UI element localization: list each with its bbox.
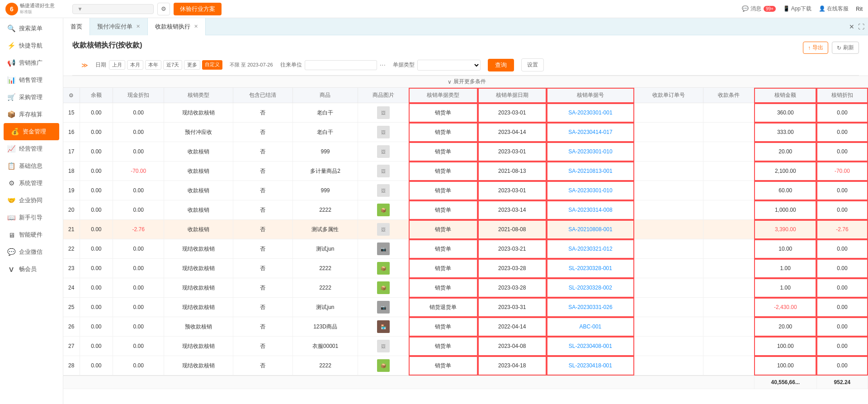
cell-receipt-order [634,181,703,200]
cell-cash-discount: 0.00 [113,337,164,356]
data-table: ⚙ 余额 现金折扣 核销类型 包含已结清 商品 商品图片 核销单据类型 核销单据… [63,88,868,389]
sidebar-label-marketing: 营销推广 [19,59,42,67]
cell-include-settled: 否 [233,142,293,162]
cell-cash-discount: 0.00 [113,317,164,337]
cell-verify-amount: 3,390.00 [754,220,816,239]
query-button[interactable]: 查询 [488,59,514,71]
sidebar-item-search[interactable]: 🔍 搜索菜单 [0,20,63,37]
col-cash-discount: 现金折扣 [113,88,164,103]
filter-toggle[interactable]: ≫ [81,62,88,69]
bill-type-label: 单据类型 [393,61,415,69]
cell-include-settled: 否 [233,356,293,376]
messages-btn[interactable]: 💬 消息 99+ [742,5,776,13]
table-row: 15 0.00 0.00 现结收款核销 否 老白干 🖼 销货单 2023-03-… [63,103,868,123]
sidebar-item-basics[interactable]: 📋 基础信息 [0,157,63,175]
refresh-icon: ↻ [837,45,841,51]
cell-verify-discount: 0.00 [816,278,868,298]
cell-verify-discount: 0.00 [816,317,868,337]
cell-bill-no: SL-20230328-002 [547,278,634,298]
cell-receipt-condition [703,181,754,200]
cell-include-settled: 否 [233,317,293,337]
sidebar-item-marketing[interactable]: 📢 营销推广 [0,54,63,71]
cell-receipt-order [634,356,703,376]
cell-balance: 0.00 [80,220,113,239]
cell-id: 16 [63,123,80,142]
date-btn-more[interactable]: 更多 [184,60,200,70]
tab-verify[interactable]: 收款核销执行 ✕ [148,18,206,35]
cell-include-settled: 否 [233,337,293,356]
cell-product: 2222 [293,200,358,220]
tab-prepay[interactable]: 预付冲应付单 ✕ [90,18,148,35]
cell-verify-discount: 0.00 [816,337,868,356]
industry-button[interactable]: 休验行业方案 [174,3,222,15]
table-row: 18 0.00 -70.00 收款核销 否 多计量商品2 🖼 销货单 2021-… [63,162,868,181]
cell-balance: 0.00 [80,162,113,181]
cell-include-settled: 否 [233,298,293,317]
cell-cash-discount: -70.00 [113,162,164,181]
cell-verify-amount: 333.00 [754,123,816,142]
col-settings[interactable]: ⚙ [63,88,80,103]
cell-include-settled: 否 [233,200,293,220]
cell-bill-type: 销货单 [409,317,477,337]
cell-bill-date: 2023-03-28 [478,278,547,298]
refresh-button[interactable]: ↻ 刷新 [832,42,859,54]
sidebar-item-purchase[interactable]: 🛒 采购管理 [0,89,63,106]
cell-balance: 0.00 [80,317,113,337]
sidebar-item-system[interactable]: ⚙ 系统管理 [0,175,63,192]
sidebar-item-weixin[interactable]: 💬 企业微信 [0,243,63,261]
sidebar-item-hardware[interactable]: 🖥 智能硬件 [0,226,63,243]
cell-product: 测试jun [293,298,358,317]
settings-button[interactable]: 设置 [521,58,544,71]
cell-verify-amount: -2,430.00 [754,298,816,317]
sidebar-item-guide[interactable]: 📖 新手引导 [0,209,63,226]
sidebar-item-quicknav[interactable]: ⚡ 快捷导航 [0,37,63,54]
cell-verify-type: 预收款核销 [164,317,233,337]
date-btn-custom[interactable]: 自定义 [202,60,222,70]
tab-home[interactable]: 首页 [63,18,90,35]
sidebar-item-management[interactable]: 📈 经营管理 [0,140,63,157]
cell-id: 24 [63,278,80,298]
col-bill-type: 核销单据类型 [409,88,477,103]
sidebar-item-finance[interactable]: 💰 资金管理 [4,123,59,140]
sidebar-item-sales[interactable]: 📊 销售管理 [0,71,63,89]
sidebar-item-member[interactable]: V 畅会员 [0,261,63,278]
online-service-btn[interactable]: 👤 在线客服 [819,5,849,13]
bill-type-select[interactable] [417,60,481,71]
top-bar-right: 💬 消息 99+ 📱 App下载 👤 在线客服 Rit [742,5,863,13]
tab-maximize-btn[interactable]: ⛶ [858,23,864,30]
tab-prepay-close[interactable]: ✕ [136,24,140,29]
cell-product: 测试多属性 [293,220,358,239]
cell-id: 23 [63,259,80,278]
sidebar-item-inventory[interactable]: 📦 库存核算 [0,106,63,123]
col-verify-discount: 核销折扣 [816,88,868,103]
date-btn-this-month[interactable]: 本月 [127,60,143,70]
cell-id: 17 [63,142,80,162]
sidebar-item-enterprise[interactable]: 🤝 企业协同 [0,192,63,209]
cell-balance: 0.00 [80,259,113,278]
cell-receipt-order [634,123,703,142]
purchase-icon: 🛒 [7,93,15,101]
cell-verify-discount: -2.76 [816,220,868,239]
user-name: Rit [856,6,863,12]
cell-product-img: 🖼 [358,162,409,181]
expand-more-bar[interactable]: ∨ 展开更多条件 [63,76,868,88]
cell-bill-date: 2023-04-14 [478,123,547,142]
logo: 6 畅捷通谱好生意 标准版 [5,3,69,15]
cell-bill-date: 2023-03-14 [478,200,547,220]
tab-verify-close[interactable]: ✕ [194,24,198,29]
counterparty-input[interactable] [305,60,377,70]
tab-close-window-btn[interactable]: ✕ [849,23,854,30]
cell-bill-type: 销货单 [409,220,477,239]
cell-balance: 0.00 [80,278,113,298]
gear-button[interactable]: ⚙ [157,3,170,15]
sidebar-label-management: 经营管理 [19,145,42,153]
cell-bill-date: 2023-03-01 [478,142,547,162]
date-btn-7days[interactable]: 近7天 [163,60,182,70]
cell-id: 26 [63,317,80,337]
app-download-btn[interactable]: 📱 App下载 [783,5,811,13]
date-btn-this-year[interactable]: 本年 [145,60,161,70]
date-btn-last-month[interactable]: 上月 [109,60,125,70]
cell-bill-type: 销货单 [409,337,477,356]
table-row: 22 0.00 0.00 现结收款核销 否 测试jun 📷 销货单 2023-0… [63,239,868,259]
export-button[interactable]: ↑ 导出 [803,42,828,54]
